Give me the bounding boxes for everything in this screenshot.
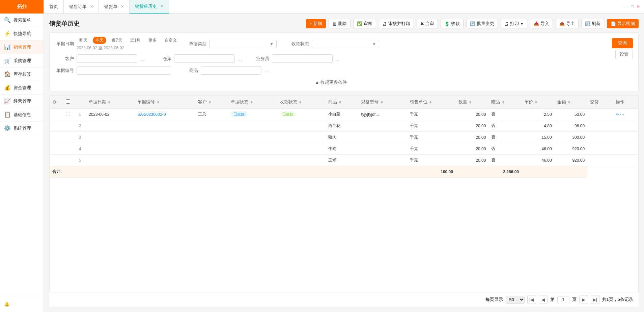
sidebar-item-label: 销售管理 bbox=[13, 44, 31, 50]
row-qty-cell: 20.00 bbox=[456, 109, 489, 120]
sort-date[interactable] bbox=[108, 101, 110, 104]
sidebar-item-label: 快捷导航 bbox=[13, 31, 31, 37]
sort-doc-no[interactable] bbox=[157, 101, 159, 104]
col-gift: 赠品 bbox=[488, 96, 522, 109]
row-doc-status-cell bbox=[228, 120, 277, 132]
col-goods: 商品 bbox=[326, 96, 359, 109]
doc-type-select[interactable]: ▼ bbox=[209, 40, 277, 48]
audit-button[interactable]: ✅ 审核 bbox=[353, 19, 376, 28]
select-all-checkbox[interactable] bbox=[66, 99, 70, 104]
tab-sales-delivery-close[interactable]: ✕ bbox=[121, 4, 124, 9]
sort-doc-status[interactable] bbox=[251, 101, 253, 104]
row-goods-cell: 猪肉 bbox=[326, 132, 359, 143]
print-icon: 🖨 bbox=[504, 21, 509, 26]
goods-ellipsis-btn[interactable]: ... bbox=[264, 68, 269, 74]
row-spec-cell bbox=[358, 132, 407, 143]
prev-page-button[interactable]: ◀ bbox=[539, 295, 548, 304]
date-btn-yesterday[interactable]: 昨天 bbox=[77, 37, 90, 44]
sidebar-item-finance[interactable]: 💰 资金管理 bbox=[0, 81, 44, 95]
collapse-row[interactable]: ▲ 收起更多条件 bbox=[55, 78, 607, 87]
audit-print-label: 审核并打印 bbox=[388, 21, 410, 27]
tab-sales-history[interactable]: 销货单历史 ✕ bbox=[130, 0, 169, 14]
goods-input[interactable] bbox=[201, 66, 261, 75]
page-number-input[interactable]: 1 bbox=[557, 296, 569, 303]
doc-no-input[interactable] bbox=[77, 66, 171, 75]
sidebar-item-search-menu[interactable]: 🔍 搜索菜单 bbox=[0, 14, 44, 27]
page-title: 销货单历史 bbox=[49, 20, 80, 28]
doc-no-link[interactable]: SA-20230602-0 bbox=[137, 112, 166, 117]
sort-price[interactable] bbox=[535, 101, 537, 104]
salesperson-input[interactable] bbox=[272, 54, 333, 63]
row-doc-no-cell bbox=[135, 132, 195, 143]
delete-button[interactable]: 🗑 删除 bbox=[329, 19, 351, 28]
date-btn-custom[interactable]: 自定义 bbox=[162, 37, 179, 44]
salesperson-ellipsis-btn[interactable]: ... bbox=[335, 56, 340, 62]
window-close-icon[interactable]: ✕ bbox=[636, 4, 640, 9]
first-page-button[interactable]: |◀ bbox=[527, 295, 536, 304]
row-checkbox[interactable] bbox=[66, 112, 70, 116]
date-btn-more[interactable]: 更多 bbox=[146, 37, 159, 44]
row-unit-cell: 千克 bbox=[407, 143, 456, 155]
sidebar-item-sales-mgmt[interactable]: 📊 销售管理 bbox=[0, 41, 44, 54]
tab-sales-history-close[interactable]: ✕ bbox=[160, 4, 163, 8]
sidebar-item-sys-mgmt[interactable]: ⚙️ 系统管理 bbox=[0, 122, 44, 135]
tab-home[interactable]: 首页 bbox=[44, 0, 64, 14]
collect-button[interactable]: 💲 收款 bbox=[441, 19, 464, 28]
tab-sales-order[interactable]: 销售订单 ✕ bbox=[64, 0, 99, 14]
payment-status-select[interactable]: ▼ bbox=[312, 40, 379, 48]
customer-input[interactable] bbox=[77, 54, 137, 63]
date-btn-7days[interactable]: 近7天 bbox=[109, 37, 125, 44]
add-button[interactable]: + 新增 bbox=[306, 19, 326, 28]
basic-info-icon: 📋 bbox=[4, 111, 11, 118]
sort-goods[interactable] bbox=[339, 101, 341, 104]
more-action[interactable]: ⋯ bbox=[620, 112, 624, 117]
col-amount: 金额 bbox=[555, 96, 588, 109]
sort-qty[interactable] bbox=[469, 101, 471, 104]
row-doc-no-cell: SA-20230602-0 bbox=[135, 109, 195, 120]
sort-unit[interactable] bbox=[429, 101, 431, 104]
collapse-arrow-icon: ▲ bbox=[315, 80, 319, 85]
audit-print-button[interactable]: 🖨 审核并打印 bbox=[379, 19, 414, 28]
date-btn-today[interactable]: 今天 bbox=[93, 37, 106, 44]
print-button[interactable]: 🖨 打印 ▼ bbox=[501, 19, 527, 28]
sidebar-logo: 拓扑 bbox=[0, 0, 44, 14]
row-num-cell: 3 bbox=[74, 132, 86, 143]
date-btn-1month[interactable]: 近1月 bbox=[128, 37, 143, 44]
sort-gift[interactable] bbox=[502, 101, 504, 104]
sort-amount[interactable] bbox=[568, 101, 570, 104]
sidebar-item-basic-info[interactable]: 📋 基础信息 bbox=[0, 108, 44, 122]
export-button[interactable]: 📤 导出 bbox=[556, 19, 579, 28]
sidebar-item-inventory[interactable]: 🏠 库存核算 bbox=[0, 68, 44, 81]
row-date-cell bbox=[86, 132, 135, 143]
show-detail-button[interactable]: 📄 显示明细 bbox=[607, 19, 639, 28]
sidebar-item-purchase-mgmt[interactable]: 🛒 采购管理 bbox=[0, 54, 44, 68]
refresh-button[interactable]: 🔃 刷新 bbox=[581, 19, 604, 28]
warehouse-input[interactable] bbox=[174, 54, 235, 63]
next-page-button[interactable]: ▶ bbox=[579, 295, 588, 304]
batch-change-button[interactable]: 🔄 批量变更 bbox=[466, 19, 498, 28]
page-size-select[interactable]: 50 100 200 bbox=[506, 296, 525, 304]
query-button[interactable]: 查询 bbox=[612, 38, 633, 48]
window-maximize-icon[interactable]: □ bbox=[631, 4, 634, 9]
row-amount-cell: 920.00 bbox=[555, 143, 588, 155]
sidebar-item-quick-nav[interactable]: ⚡ 快捷导航 bbox=[0, 27, 44, 41]
warehouse-ellipsis-btn[interactable]: ... bbox=[237, 56, 242, 62]
payment-status-badge: 已收款 bbox=[280, 111, 296, 117]
window-minimize-icon[interactable]: — bbox=[624, 4, 628, 9]
sidebar-item-operations[interactable]: 📈 经营管理 bbox=[0, 95, 44, 108]
last-page-button[interactable]: ▶| bbox=[591, 295, 599, 304]
sidebar-bottom-item-1[interactable]: 🔔 bbox=[0, 299, 44, 309]
tab-sales-delivery[interactable]: 销货单 ✕ bbox=[99, 0, 130, 14]
gear-button[interactable]: ⚙ bbox=[52, 99, 57, 105]
abandon-button[interactable]: ✖ 弃审 bbox=[417, 19, 438, 28]
sort-payment-status[interactable] bbox=[299, 101, 301, 104]
set-button[interactable]: 设置 bbox=[615, 50, 633, 59]
search-menu-icon: 🔍 bbox=[4, 17, 11, 23]
sort-spec[interactable] bbox=[381, 101, 383, 104]
import-button[interactable]: 📥 导入 bbox=[530, 19, 553, 28]
customer-ellipsis-btn[interactable]: ... bbox=[140, 56, 144, 62]
edit-action[interactable]: ✏ bbox=[616, 112, 619, 117]
tab-sales-order-close[interactable]: ✕ bbox=[90, 4, 93, 9]
table-container: ⚙ 单据日期 bbox=[49, 95, 639, 292]
sort-customer[interactable] bbox=[209, 101, 211, 104]
